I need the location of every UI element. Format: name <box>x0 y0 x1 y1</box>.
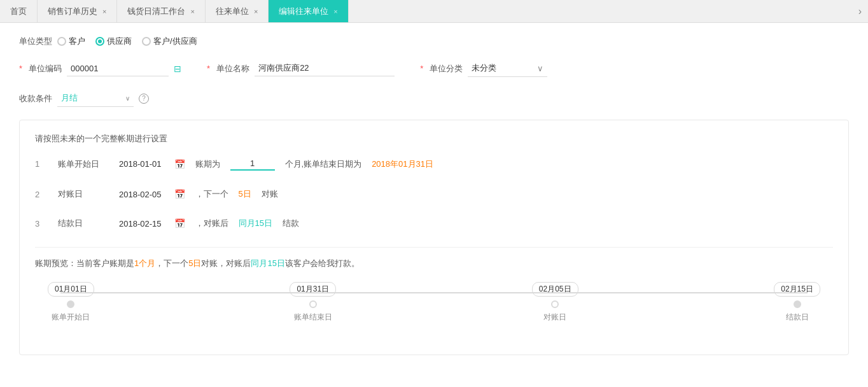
payment-date-calendar-icon[interactable]: 📅 <box>174 218 185 229</box>
unit-name-field: * 单位名称 <box>207 61 395 76</box>
radio-customer-circle <box>57 37 66 46</box>
unit-code-input[interactable] <box>67 61 169 76</box>
period-unit-label: 个月,账单结束日期为 <box>285 158 362 170</box>
timeline-bottom-1: 账单结束日 <box>294 312 332 323</box>
unit-name-label: 单位名称 <box>216 63 249 74</box>
payment-terms-help-icon[interactable]: ? <box>139 94 149 104</box>
preview-section: 账期预览：当前客户账期是1个月，下一个5日对账，对账后同月15日该客户会给我打款… <box>35 247 833 342</box>
reconciliation-calendar-icon[interactable]: 📅 <box>174 189 185 199</box>
timeline-point-2: 02月05日 对账日 <box>532 282 578 323</box>
preview-text: 账期预览：当前客户账期是1个月，下一个5日对账，对账后同月15日该客户会给我打款… <box>35 258 833 269</box>
tab-edit-partner-close[interactable]: × <box>333 8 337 15</box>
tab-partner-units-close[interactable]: × <box>254 8 258 15</box>
tabs-bar: 首页 销售订单历史 × 钱货日清工作台 × 往来单位 × 编辑往来单位 × › <box>0 0 868 23</box>
timeline-bottom-start: 账单开始日 <box>52 312 90 323</box>
radio-both-circle <box>142 37 151 46</box>
payment-date-highlight: 同月15日 <box>239 218 272 229</box>
unit-category-field: * 单位分类 未分类 ∨ <box>420 60 547 77</box>
unit-type-field: 单位类型 客户 供应商 客户/供应商 <box>19 36 197 47</box>
tab-cash-work[interactable]: 钱货日清工作台 × <box>117 0 205 22</box>
reconciliation-highlight: 5日 <box>239 188 251 200</box>
payment-date-value: 2018-02-15 <box>119 219 162 229</box>
radio-supplier[interactable]: 供应商 <box>95 36 132 47</box>
timeline-bottom-2: 对账日 <box>543 312 566 323</box>
payment-terms-field: 收款条件 月结 ∨ ? <box>19 90 149 107</box>
billing-start-row: 1 账单开始日 2018-01-01 📅 账期为 个月,账单结束日期为 2018… <box>35 157 833 171</box>
billing-period-label: 账期为 <box>195 158 220 170</box>
unit-name-star: * <box>207 64 210 73</box>
radio-both[interactable]: 客户/供应商 <box>142 36 197 47</box>
timeline-label-1: 01月31日 <box>290 282 336 297</box>
tab-sales-order-history-close[interactable]: × <box>102 8 106 15</box>
timeline-point-1: 01月31日 账单结束日 <box>290 282 336 323</box>
tab-cash-work-close[interactable]: × <box>190 8 194 15</box>
payment-terms-value: 月结 <box>61 92 78 104</box>
radio-customer[interactable]: 客户 <box>57 36 85 47</box>
payment-date-label: 结款日 <box>58 218 109 229</box>
radio-both-label: 客户/供应商 <box>153 36 197 47</box>
payment-date-row: 3 结款日 2018-02-15 📅 ，对账后 同月15日 结款 <box>35 218 833 229</box>
timeline-point-start: 01月01日 账单开始日 <box>48 282 94 323</box>
unit-type-radio-group: 客户 供应商 客户/供应商 <box>57 36 197 47</box>
preview-highlight2: 5日 <box>188 258 201 268</box>
billing-start-label: 账单开始日 <box>58 158 109 170</box>
unit-category-dropdown[interactable]: 未分类 ∨ <box>468 60 547 77</box>
reconciliation-desc-prefix: ，下一个 <box>195 188 228 200</box>
tab-home[interactable]: 首页 <box>0 0 38 22</box>
payment-terms-select[interactable]: 月结 ∨ <box>57 90 134 107</box>
reconciliation-date: 2018-02-05 <box>119 190 162 199</box>
tab-home-label: 首页 <box>10 6 27 17</box>
unit-category-label: 单位分类 <box>430 63 463 74</box>
payment-terms-label: 收款条件 <box>19 93 52 104</box>
reconciliation-row: 2 对账日 2018-02-05 📅 ，下一个 5日 对账 <box>35 188 833 200</box>
payment-date-desc-suffix: 结款 <box>283 218 299 229</box>
timeline-label-end: 02月15日 <box>774 282 820 297</box>
billing-start-calendar-icon[interactable]: 📅 <box>174 159 185 169</box>
unit-type-row: 单位类型 客户 供应商 客户/供应商 <box>19 36 849 47</box>
section-hint: 请按照未来的一个完整帐期进行设置 <box>35 133 833 144</box>
tab-edit-partner-label: 编辑往来单位 <box>279 6 328 17</box>
timeline-points: 01月01日 账单开始日 01月31日 账单结束日 02月05日 对账日 <box>48 282 820 323</box>
tab-edit-partner[interactable]: 编辑往来单位 × <box>269 0 348 22</box>
timeline-line <box>60 292 808 293</box>
payment-terms-row: 收款条件 月结 ∨ ? <box>19 90 849 107</box>
billing-start-date: 2018-01-01 <box>119 159 162 169</box>
timeline-point-end: 02月15日 结款日 <box>774 282 820 323</box>
unit-code-label: 单位编码 <box>29 63 62 74</box>
period-settings-card: 请按照未来的一个完整帐期进行设置 1 账单开始日 2018-01-01 📅 账期… <box>19 120 849 355</box>
unit-name-input[interactable] <box>255 61 395 76</box>
tab-cash-work-label: 钱货日清工作台 <box>127 6 185 17</box>
timeline-bottom-end: 结款日 <box>786 312 809 323</box>
preview-middle1: ，下一个 <box>155 258 188 268</box>
timeline-dot-1 <box>309 300 317 308</box>
page-content: 单位类型 客户 供应商 客户/供应商 * 单位编码 <box>0 23 868 387</box>
radio-supplier-label: 供应商 <box>107 36 132 47</box>
reconciliation-label: 对账日 <box>58 188 109 200</box>
payment-date-desc-prefix: ，对账后 <box>195 218 228 229</box>
unit-code-star: * <box>19 64 22 73</box>
period-value-input[interactable] <box>230 157 275 171</box>
period-end-date: 2018年01月31日 <box>372 158 433 170</box>
unit-category-value: 未分类 <box>472 62 496 74</box>
tab-partner-units-label: 往来单位 <box>216 6 249 17</box>
unit-category-arrow: ∨ <box>537 64 543 73</box>
row-number-2: 2 <box>35 190 48 199</box>
timeline-dot-end <box>794 300 801 308</box>
unit-code-copy-icon[interactable]: ⊟ <box>174 64 181 74</box>
timeline-dot-2 <box>551 300 559 308</box>
timeline-label-start: 01月01日 <box>48 282 94 297</box>
preview-highlight3: 同月15日 <box>251 258 284 268</box>
payment-terms-arrow: ∨ <box>125 95 130 102</box>
tab-sales-order-history[interactable]: 销售订单历史 × <box>38 0 117 22</box>
tab-partner-units[interactable]: 往来单位 × <box>206 0 269 22</box>
preview-prefix: 账期预览：当前客户账期是 <box>35 258 134 268</box>
reconciliation-desc-suffix: 对账 <box>262 188 278 200</box>
tabs-expand-button[interactable]: › <box>852 6 868 17</box>
unit-code-field: * 单位编码 ⊟ <box>19 61 181 76</box>
row-number-1: 1 <box>35 159 48 169</box>
timeline-label-2: 02月05日 <box>532 282 578 297</box>
preview-suffix: 该客户会给我打款。 <box>285 258 360 268</box>
radio-supplier-circle <box>95 37 104 46</box>
timeline-container: 01月01日 账单开始日 01月31日 账单结束日 02月05日 对账日 <box>35 282 833 342</box>
radio-customer-label: 客户 <box>69 36 85 47</box>
